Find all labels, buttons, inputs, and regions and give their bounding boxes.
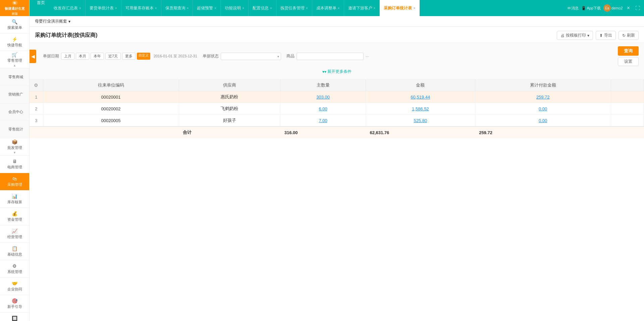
row-1-qty[interactable]: 303.00 bbox=[280, 91, 366, 103]
window-maximize-btn[interactable]: ⛶ bbox=[634, 5, 641, 11]
sidebar-item-guide[interactable]: 🎯 新手引导 bbox=[0, 295, 29, 313]
sidebar-item-operations-label: 经营管理 bbox=[7, 235, 22, 239]
filter-quick-btns: 上月 本月 本年 近7天 更多 自定义 bbox=[61, 53, 150, 60]
tab-7-label: 配置信息 bbox=[253, 5, 269, 11]
tab-6[interactable]: 功能说明 × bbox=[221, 0, 249, 16]
sidebar-item-ecommerce[interactable]: 🖥 电商管理 bbox=[0, 156, 29, 173]
sidebar-item-search[interactable]: 🔍 搜索菜单 bbox=[0, 16, 29, 34]
sidebar-item-wholesale[interactable]: 📦 批发管理 ▼ bbox=[0, 138, 29, 156]
sidebar-item-retail-stat[interactable]: 零售统计 bbox=[0, 121, 29, 138]
row-2-amount[interactable]: 1,586.52 bbox=[366, 103, 475, 115]
row-3-paid[interactable]: 0.00 bbox=[475, 115, 611, 127]
row-1-extra bbox=[611, 91, 644, 103]
quick-btn-last-month[interactable]: 上月 bbox=[61, 53, 74, 60]
sidebar-item-purchase[interactable]: 🛍 采购管理 bbox=[0, 173, 29, 191]
tab-9-close[interactable]: × bbox=[338, 6, 340, 10]
export-button[interactable]: ⬆ 导出 bbox=[596, 31, 616, 40]
topbar-actions: ✉ 消息 📱 App下载 Ea demo2 × ⛶ bbox=[568, 4, 641, 12]
sidebar-item-enterprise[interactable]: 🤝 企业协同 bbox=[0, 278, 29, 295]
tab-7[interactable]: 配置信息 × bbox=[249, 0, 276, 16]
row-2-qty[interactable]: 6.00 bbox=[280, 103, 366, 115]
tab-6-close[interactable]: × bbox=[242, 6, 244, 10]
filter-expand-row: ▾▾ 展开更多条件 bbox=[35, 66, 639, 76]
sidebar-item-retail-mall[interactable]: 零售商城 bbox=[0, 68, 29, 86]
tab-5-close[interactable]: × bbox=[214, 6, 216, 10]
wholesale-icon: 📦 bbox=[12, 139, 17, 145]
table-row: 3 00020005 好孩子 7.00 525.80 0.00 bbox=[30, 115, 644, 127]
tab-8-close[interactable]: × bbox=[306, 6, 308, 10]
print-button[interactable]: 🖨 按模板打印 ▾ bbox=[557, 31, 593, 40]
tab-2[interactable]: 要货单统计表 × bbox=[86, 0, 121, 16]
main-area: 首页 收发存汇总表 × 要货单统计表 × 可用量库存账本 × 保质期查询 × 超… bbox=[30, 0, 644, 321]
user-label: demo2 bbox=[611, 6, 623, 10]
filter-status-select[interactable] bbox=[221, 53, 281, 60]
row-1-amount[interactable]: 60,519.44 bbox=[366, 91, 475, 103]
tab-2-label: 要货单统计表 bbox=[90, 5, 114, 11]
page-header-actions: 🖨 按模板打印 ▾ ⬆ 导出 ↻ 刷新 bbox=[557, 31, 639, 40]
row-2-paid[interactable]: 0.00 bbox=[475, 103, 611, 115]
window-close-btn[interactable]: × bbox=[626, 5, 631, 11]
download-icon: 📱 bbox=[581, 6, 586, 10]
tab-4-close[interactable]: × bbox=[187, 6, 189, 10]
tab-9[interactable]: 成本调整单 × bbox=[312, 0, 344, 16]
expand-chevron-icon: ▾▾ bbox=[322, 69, 326, 74]
tab-10[interactable]: 邀请下游客户 × bbox=[344, 0, 380, 16]
quick-btn-more[interactable]: 更多 bbox=[122, 53, 136, 60]
row-3-amount[interactable]: 525.80 bbox=[366, 115, 475, 127]
tab-1[interactable]: 收发存汇总表 × bbox=[50, 0, 86, 16]
tab-3[interactable]: 可用量库存账本 × bbox=[121, 0, 161, 16]
sidebar-item-inventory-label: 库存核算 bbox=[7, 200, 22, 204]
sidebar-item-system[interactable]: ⚙ 系统管理 bbox=[0, 260, 29, 278]
query-button[interactable]: 查询 bbox=[618, 46, 639, 56]
settings-button[interactable]: 设置 bbox=[618, 57, 639, 66]
column-settings-icon[interactable]: ⚙ bbox=[34, 83, 38, 88]
row-3-extra bbox=[611, 115, 644, 127]
row-1-paid[interactable]: 259.72 bbox=[475, 91, 611, 103]
sidebar-item-quicknav[interactable]: ⚡ 快捷导航 bbox=[0, 34, 29, 51]
tab-8[interactable]: 拣货任务管理 × bbox=[276, 0, 312, 16]
filter-expand-button[interactable]: ▾▾ 展开更多条件 bbox=[320, 67, 354, 76]
sidebar-item-appcenter[interactable]: 🔲 应用中心 bbox=[0, 313, 29, 321]
filter-goods-input[interactable] bbox=[297, 53, 364, 60]
quick-btn-this-year[interactable]: 本年 bbox=[91, 53, 104, 60]
tab-7-close[interactable]: × bbox=[270, 6, 272, 10]
basic-icon: 📋 bbox=[12, 246, 17, 251]
sidebar-item-retail-stat-label: 零售统计 bbox=[8, 127, 23, 131]
sidebar-item-inventory[interactable]: 📊 库存核算 bbox=[0, 191, 29, 208]
tab-11-close[interactable]: × bbox=[413, 6, 415, 10]
filter-goods-item: 商品 ··· bbox=[286, 53, 369, 60]
tab-10-close[interactable]: × bbox=[374, 6, 376, 10]
sidebar-item-finance[interactable]: 💰 资金管理 bbox=[0, 208, 29, 225]
tab-5[interactable]: 超储预警 × bbox=[193, 0, 221, 16]
user-btn[interactable]: Ea demo2 bbox=[603, 4, 623, 12]
row-3-qty[interactable]: 7.00 bbox=[280, 115, 366, 127]
ecommerce-icon: 🖥 bbox=[12, 159, 17, 164]
message-btn[interactable]: ✉ 消息 bbox=[568, 6, 579, 11]
tab-9-label: 成本调整单 bbox=[316, 5, 336, 11]
table-row: 1 00020001 惠氏奶粉 303.00 60,519.44 259.72 bbox=[30, 91, 644, 103]
quicknav-icon: ⚡ bbox=[12, 37, 17, 42]
col-qty: 主数量 bbox=[280, 79, 366, 91]
tab-1-close[interactable]: × bbox=[79, 6, 81, 10]
filter-goods-more-icon[interactable]: ··· bbox=[366, 54, 369, 59]
home-tab[interactable]: 首页 bbox=[32, 0, 50, 16]
sidebar-item-operations[interactable]: 📈 经营管理 bbox=[0, 225, 29, 243]
sidebar-item-retail[interactable]: 🛒 零售管理 ▲ bbox=[0, 51, 29, 68]
footer-empty-2 bbox=[43, 126, 179, 138]
workspace-selector[interactable]: 母婴行业演示账套 ▾ bbox=[35, 18, 70, 24]
sidebar-item-member[interactable]: 会员中心 bbox=[0, 103, 29, 121]
app-logo: 畅 畅捷通好生意 标版 bbox=[0, 0, 29, 16]
filter-collapse-btn[interactable]: ◀ bbox=[30, 50, 36, 63]
tab-4[interactable]: 保质期查询 × bbox=[161, 0, 193, 16]
app-download-btn[interactable]: 📱 App下载 bbox=[581, 6, 601, 11]
row-3-supplier: 好孩子 bbox=[179, 115, 280, 127]
refresh-button[interactable]: ↻ 刷新 bbox=[619, 31, 639, 40]
quick-btn-7days[interactable]: 近7天 bbox=[105, 53, 121, 60]
sidebar-item-basic[interactable]: 📋 基础信息 bbox=[0, 243, 29, 260]
tab-2-close[interactable]: × bbox=[115, 6, 117, 10]
sidebar-item-marketing[interactable]: 营销推广 bbox=[0, 86, 29, 103]
tab-3-close[interactable]: × bbox=[155, 6, 157, 10]
quick-btn-this-month[interactable]: 本月 bbox=[76, 53, 89, 60]
tab-11[interactable]: 采购订单统计表 × bbox=[380, 0, 420, 16]
filter-date-item: 单据日期 上月 本月 本年 近7天 更多 自定义 2016-01-01 至 20… bbox=[43, 53, 197, 60]
